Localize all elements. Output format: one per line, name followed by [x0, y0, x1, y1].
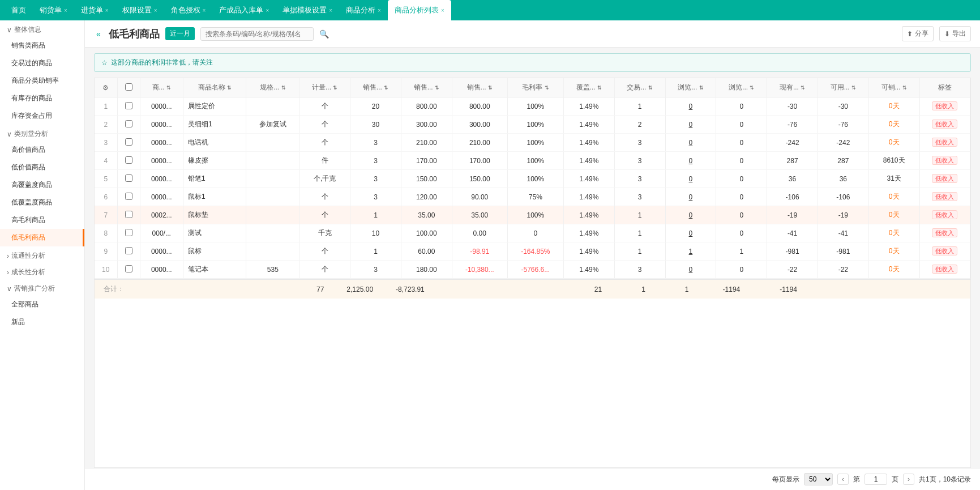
- sidebar-item-low-coverage[interactable]: 低覆盖度商品: [0, 194, 84, 211]
- close-icon[interactable]: ×: [329, 7, 332, 14]
- prev-page-button[interactable]: ‹: [837, 474, 849, 485]
- search-input[interactable]: [200, 27, 314, 41]
- cell-name[interactable]: 铅笔1: [183, 170, 246, 188]
- col-trade[interactable]: 交易... ⇅: [614, 78, 665, 97]
- cell-checkbox[interactable]: [117, 261, 140, 279]
- cell-checkbox[interactable]: [117, 170, 140, 188]
- sidebar-item-low-margin[interactable]: 低毛利商品: [0, 229, 84, 246]
- close-icon[interactable]: ×: [441, 7, 444, 14]
- cell-browse1[interactable]: 0: [665, 152, 716, 170]
- close-icon[interactable]: ×: [266, 7, 269, 14]
- col-available[interactable]: 可用... ⇅: [818, 78, 868, 97]
- sidebar-item-all-goods[interactable]: 全部商品: [0, 296, 84, 313]
- sidebar-item-capital[interactable]: 库存资金占用: [0, 107, 84, 125]
- nav-item-sales[interactable]: 销货单 ×: [33, 0, 74, 20]
- row-checkbox[interactable]: [125, 211, 132, 218]
- select-all-checkbox[interactable]: [125, 83, 132, 91]
- col-settings[interactable]: ⚙: [95, 78, 117, 97]
- cell-name[interactable]: 橡皮擦: [183, 152, 246, 170]
- row-checkbox[interactable]: [125, 229, 132, 236]
- cell-browse1[interactable]: 0: [665, 206, 716, 224]
- sidebar-item-new-goods[interactable]: 新品: [0, 313, 84, 331]
- cell-name[interactable]: 电话机: [183, 134, 246, 152]
- cell-checkbox[interactable]: [117, 224, 140, 242]
- close-icon[interactable]: ×: [154, 7, 157, 14]
- cell-name[interactable]: 鼠标: [183, 242, 246, 261]
- row-checkbox[interactable]: [125, 193, 132, 200]
- nav-item-role[interactable]: 角色授权 ×: [164, 0, 213, 20]
- col-coverage[interactable]: 覆盖... ⇅: [563, 78, 614, 97]
- sidebar-item-sales-goods[interactable]: 销售类商品: [0, 37, 84, 54]
- cell-name[interactable]: 测试: [183, 224, 246, 242]
- close-icon[interactable]: ×: [105, 7, 109, 14]
- cell-browse1[interactable]: 0: [665, 116, 716, 134]
- close-icon[interactable]: ×: [203, 7, 206, 14]
- nav-item-purchase[interactable]: 进货单 ×: [74, 0, 115, 20]
- cell-name[interactable]: 鼠标垫: [183, 206, 246, 224]
- sidebar-item-low-value[interactable]: 低价值商品: [0, 159, 84, 176]
- col-name[interactable]: 商品名称 ⇅: [183, 78, 246, 97]
- sidebar-item-high-coverage[interactable]: 高覆盖度商品: [0, 176, 84, 194]
- col-margin[interactable]: 毛利率 ⇅: [507, 78, 563, 97]
- col-checkbox[interactable]: [117, 78, 140, 97]
- cell-browse1[interactable]: 0: [665, 134, 716, 152]
- next-page-button[interactable]: ›: [903, 474, 914, 485]
- col-browse1[interactable]: 浏览... ⇅: [665, 78, 716, 97]
- date-range-tag[interactable]: 近一月: [165, 27, 195, 40]
- cell-browse1[interactable]: 0: [665, 188, 716, 206]
- sidebar-item-high-value[interactable]: 高价值商品: [0, 141, 84, 159]
- cell-checkbox[interactable]: [117, 242, 140, 261]
- col-browse2[interactable]: 浏览... ⇅: [716, 78, 767, 97]
- nav-item-permission[interactable]: 权限设置 ×: [115, 0, 164, 20]
- cell-name[interactable]: 吴细细1: [183, 116, 246, 134]
- row-checkbox[interactable]: [125, 138, 132, 146]
- col-sale2[interactable]: 销售... ⇅: [401, 78, 452, 97]
- cell-checkbox[interactable]: [117, 134, 140, 152]
- nav-item-template[interactable]: 单据模板设置 ×: [276, 0, 339, 20]
- cell-name[interactable]: 笔记本: [183, 261, 246, 279]
- nav-item-product-in[interactable]: 产成品入库单 ×: [212, 0, 276, 20]
- search-icon[interactable]: 🔍: [319, 29, 329, 39]
- cell-checkbox[interactable]: [117, 206, 140, 224]
- sidebar-item-high-margin[interactable]: 高毛利商品: [0, 211, 84, 229]
- cell-name[interactable]: 属性定价: [183, 97, 246, 116]
- col-sellable[interactable]: 可销... ⇅: [868, 78, 919, 97]
- cell-checkbox[interactable]: [117, 188, 140, 206]
- cell-checkbox[interactable]: [117, 152, 140, 170]
- col-spec[interactable]: 规格... ⇅: [246, 78, 299, 97]
- row-checkbox[interactable]: [125, 265, 132, 272]
- row-checkbox[interactable]: [125, 156, 132, 164]
- sidebar-toggle[interactable]: «: [94, 27, 103, 41]
- export-button[interactable]: ⬇ 导出: [939, 26, 971, 41]
- cell-browse1[interactable]: 0: [665, 97, 716, 116]
- nav-item-analysis-list[interactable]: 商品分析列表 ×: [388, 0, 451, 20]
- sidebar-item-traded-goods[interactable]: 交易过的商品: [0, 54, 84, 72]
- close-icon[interactable]: ×: [64, 7, 67, 14]
- row-checkbox[interactable]: [125, 174, 132, 182]
- row-checkbox[interactable]: [125, 247, 132, 254]
- col-unit[interactable]: 计量... ⇅: [299, 78, 350, 97]
- row-checkbox[interactable]: [125, 102, 132, 109]
- cell-browse1[interactable]: 0: [665, 261, 716, 279]
- col-tag[interactable]: 标签: [919, 78, 970, 97]
- page-number-input[interactable]: [865, 474, 887, 485]
- page-size-select[interactable]: 50 100: [804, 473, 833, 485]
- cell-name[interactable]: 鼠标1: [183, 188, 246, 206]
- cell-browse1[interactable]: 0: [665, 224, 716, 242]
- share-button[interactable]: ⬆ 分享: [902, 26, 934, 41]
- col-sale1[interactable]: 销售... ⇅: [350, 78, 401, 97]
- cell-browse1[interactable]: 0: [665, 170, 716, 188]
- close-icon[interactable]: ×: [378, 7, 381, 14]
- sidebar-item-category-rate[interactable]: 商品分类助销率: [0, 72, 84, 90]
- sidebar-item-stocked-goods[interactable]: 有库存的商品: [0, 90, 84, 107]
- cell-browse1[interactable]: 1: [665, 242, 716, 261]
- row-checkbox[interactable]: [125, 120, 132, 127]
- data-table-container[interactable]: ⚙ 商... ⇅ 商品名称 ⇅ 规格... ⇅ 计量... ⇅ 销售... ⇅ …: [94, 78, 971, 468]
- col-code[interactable]: 商... ⇅: [140, 78, 183, 97]
- col-stock[interactable]: 现有... ⇅: [767, 78, 818, 97]
- col-sale3[interactable]: 销售... ⇅: [452, 78, 507, 97]
- cell-checkbox[interactable]: [117, 97, 140, 116]
- nav-item-home[interactable]: 首页: [5, 0, 33, 20]
- nav-item-analysis[interactable]: 商品分析 ×: [339, 0, 388, 20]
- cell-checkbox[interactable]: [117, 116, 140, 134]
